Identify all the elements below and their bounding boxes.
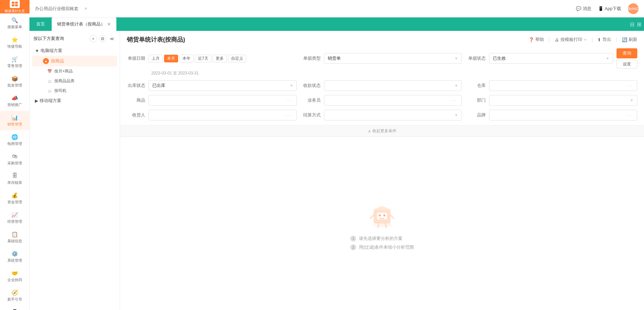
doc-type-label: 单据类型 — [302, 55, 324, 61]
warehouse-dots[interactable]: ··· — [625, 83, 634, 88]
collapse-panel-icon[interactable]: ≪ — [108, 35, 116, 42]
tree-sub-item-product-category[interactable]: 🗂 按商品品类 — [32, 76, 117, 86]
tab-bar-right: ⊟ ⊞ — [630, 21, 644, 28]
sidebar-label-retail: 零售管理 — [7, 63, 22, 68]
tree-group-pc[interactable]: ▼ 电脑端方案 — [32, 46, 117, 56]
tab-report[interactable]: 销货单统计表（按商品） ✕ — [52, 17, 116, 31]
tree-item-by-product[interactable]: ● 按商品 — [32, 56, 117, 66]
sidebar-item-retail[interactable]: 🛒 零售管理 — [0, 52, 29, 72]
svg-rect-2 — [12, 4, 14, 6]
sidebar-label-purchase: 采购管理 — [7, 161, 22, 166]
sidebar-item-marketing[interactable]: 📣 营销推广 — [0, 91, 29, 111]
filter-date-cell: 单据日期 上月 本月 本年 近7天 更多 自定义 — [127, 55, 297, 62]
app-download-label: App下载 — [605, 6, 621, 12]
sidebar-item-operations[interactable]: 📈 经营管理 — [0, 208, 29, 227]
export-action[interactable]: ⬆ 导出 — [597, 37, 611, 43]
out-status-select[interactable]: 已出库 ▼ — [149, 80, 297, 91]
date-btn-7days[interactable]: 近7天 — [195, 55, 211, 62]
export-icon: ⬆ — [597, 37, 601, 42]
sidebar-item-search[interactable]: 🔍 搜索菜单 — [0, 13, 29, 33]
sidebar-item-basic-info[interactable]: 📋 基础信息 — [0, 227, 29, 247]
help-action[interactable]: ❓ 帮助 — [529, 37, 544, 43]
empty-tips: 1 请先选择要分析的方案 2 用[过滤]条件来缩小分析范围 — [350, 236, 414, 250]
svg-line-10 — [390, 215, 394, 218]
filter-receiver-cell: 收货人 ··· — [127, 110, 297, 120]
sidebar-label-quicknav: 快捷导航 — [7, 44, 22, 49]
sidebar-item-inventory[interactable]: 🗄 库存核算 — [0, 169, 29, 189]
svg-line-9 — [370, 215, 374, 218]
svg-rect-3 — [15, 4, 18, 6]
app-download-action[interactable]: 📱 App下载 — [598, 6, 621, 12]
sidebar-label-inventory: 库存核算 — [7, 180, 22, 185]
tab-close-icon[interactable]: ✕ — [107, 21, 111, 27]
refresh-action[interactable]: 🔄 刷新 — [622, 37, 637, 43]
doc-type-value: 销货单 — [328, 55, 341, 61]
payment-arrow: ▼ — [454, 113, 458, 117]
tab-home[interactable]: 首页 — [30, 17, 52, 31]
wholesale-icon: 📦 — [11, 75, 18, 82]
sidebar-item-finance[interactable]: 💰 资金管理 — [0, 189, 29, 208]
messages-action[interactable]: 💬 消息 — [576, 6, 591, 12]
tree-sub-item-month-product[interactable]: 📅 按月+商品 — [32, 66, 117, 76]
brand-label: 品牌 — [467, 112, 489, 118]
doc-type-arrow: ▼ — [454, 56, 458, 60]
sidebar-item-app-center[interactable]: 📱 应用中心 — [0, 305, 29, 310]
doc-status-select[interactable]: 已生效 ▼ — [489, 53, 613, 64]
tab-minimize-icon[interactable]: ⊟ — [630, 21, 634, 28]
receiver-dots[interactable]: ··· — [285, 112, 293, 118]
add-plan-icon[interactable]: + — [90, 35, 97, 42]
sidebar-item-enterprise[interactable]: 🤝 企业协同 — [0, 266, 29, 286]
product-select[interactable]: ··· — [149, 95, 297, 106]
sidebar-item-ecommerce[interactable]: 🌐 电商管理 — [0, 130, 29, 150]
receiver-select[interactable]: ··· — [149, 110, 297, 120]
sidebar-item-quicknav[interactable]: ⭐ 快捷导航 — [0, 33, 29, 52]
finance-icon: 💰 — [11, 192, 18, 199]
sidebar-item-system[interactable]: ⚙️ 系统管理 — [0, 247, 29, 266]
marketing-icon: 📣 — [11, 95, 18, 101]
sales-icon: 📊 — [11, 114, 18, 121]
sidebar-item-wholesale[interactable]: 📦 批发管理 — [0, 72, 29, 91]
query-button[interactable]: 查询 — [616, 48, 637, 58]
empty-tip-2: 2 用[过滤]条件来缩小分析范围 — [350, 244, 414, 250]
avatar[interactable]: demo2 — [628, 3, 639, 14]
message-icon: 💬 — [576, 6, 581, 11]
sidebar-item-purchase[interactable]: 🛍 采购管理 — [0, 150, 29, 169]
department-select[interactable]: ▼ — [489, 95, 637, 106]
product-dots[interactable]: ··· — [285, 98, 293, 103]
search-icon: 🔍 — [11, 17, 18, 23]
phone-icon: 📱 — [598, 6, 603, 11]
sidebar-item-sales[interactable]: 📊 销售管理 — [0, 111, 29, 130]
date-btn-more[interactable]: 更多 — [213, 55, 227, 62]
brand-dots[interactable]: ··· — [625, 112, 634, 118]
empty-tip-1: 1 请先选择要分析的方案 — [350, 236, 414, 242]
date-btn-custom[interactable]: 自定义 — [228, 55, 246, 62]
date-btn-this-year[interactable]: 本年 — [179, 55, 194, 62]
basic-info-icon: 📋 — [11, 231, 18, 238]
date-btn-last-month[interactable]: 上月 — [149, 55, 163, 62]
salesperson-dots[interactable]: ··· — [449, 98, 458, 103]
receipt-status-select[interactable]: ▼ — [324, 80, 462, 91]
date-btn-this-month[interactable]: 本月 — [164, 55, 178, 62]
payment-select[interactable]: ▼ — [324, 110, 462, 120]
sidebar: 畅捷通好生意 🔍 搜索菜单 ⭐ 快捷导航 🛒 零售管理 📦 批发管理 📣 营销推… — [0, 0, 30, 310]
collapse-row[interactable]: ∧ 收起更多条件 — [120, 125, 644, 137]
tree-group-mobile[interactable]: ▶ 移动端方案 — [32, 96, 117, 106]
template-print-action[interactable]: 🖨 按模板打印 ▼ — [555, 37, 587, 43]
salesperson-select[interactable]: ··· — [324, 95, 462, 106]
tree-sub-item-cashier[interactable]: 🗂 按司机 — [32, 86, 117, 96]
tree-sub-cashier-icon: 🗂 — [47, 88, 52, 94]
tab-maximize-icon[interactable]: ⊞ — [637, 21, 641, 28]
sidebar-item-guide[interactable]: 🧭 新手引导 — [0, 286, 29, 305]
receipt-status-arrow: ▼ — [454, 84, 458, 88]
tree-sub-month-label: 按月+商品 — [54, 68, 73, 74]
settings-button[interactable]: 设置 — [616, 60, 637, 68]
page-content: 按以下方案查询 + ⚙ ≪ ▼ 电脑端方案 ● 按商品 📅 — [30, 31, 644, 310]
logo-icon — [10, 0, 20, 8]
quicknav-icon: ⭐ — [11, 36, 18, 43]
brand-select[interactable]: ··· — [489, 110, 637, 120]
doc-type-select[interactable]: 销货单 ▼ — [324, 53, 462, 64]
settings-plan-icon[interactable]: ⚙ — [99, 35, 106, 42]
date-label: 单据日期 — [127, 55, 149, 61]
warehouse-select[interactable]: ··· — [489, 80, 637, 91]
collapse-text-container: ∧ 收起更多条件 — [368, 128, 396, 134]
